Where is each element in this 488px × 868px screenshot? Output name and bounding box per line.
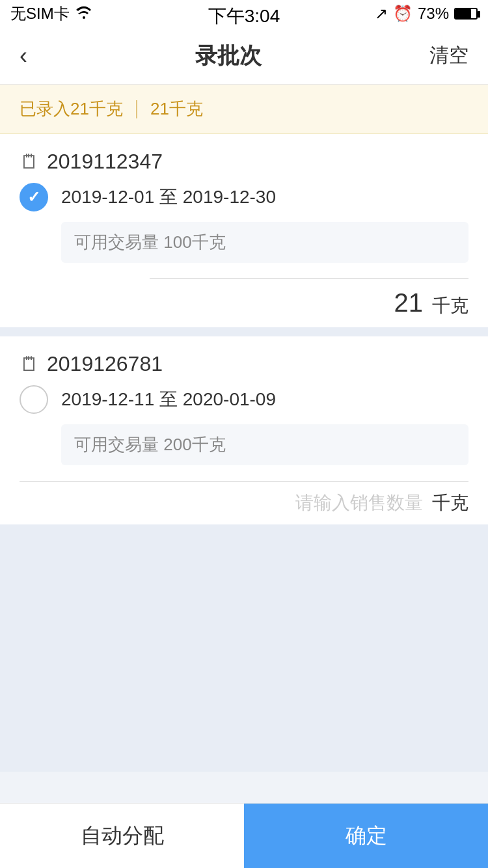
battery-icon [454, 8, 478, 20]
amount-value-1: 21 [394, 288, 424, 318]
doc-icon-1: 🗒 [20, 151, 39, 173]
radio-2[interactable] [20, 385, 48, 414]
batch-date-1: 2019-12-01 至 2019-12-30 [61, 185, 276, 210]
status-right: ↗ ⏰ 73% [375, 5, 478, 23]
batch-avail-text-2: 可用交易量 200千克 [74, 435, 226, 454]
wifi-icon [75, 5, 93, 23]
doc-icon-2: 🗒 [20, 353, 39, 375]
status-time: 下午3:04 [208, 4, 280, 29]
input-row-2: 请输入销售数量 千克 [20, 481, 468, 524]
batch-id-2: 2019126781 [47, 352, 163, 376]
battery-text: 73% [418, 5, 449, 23]
batch-avail-1: 可用交易量 100千克 [61, 222, 468, 263]
alarm-icon: ⏰ [393, 5, 413, 23]
amount-section-1: 21 千克 [0, 278, 488, 327]
auto-distribute-button[interactable]: 自动分配 [0, 804, 244, 868]
batch-row-1[interactable]: 2019-12-01 至 2019-12-30 [20, 183, 468, 211]
batch-avail-text-1: 可用交易量 100千克 [74, 232, 226, 252]
large-gray-area [0, 524, 488, 772]
no-sim-text: 无SIM卡 [10, 3, 70, 24]
amount-unit-1: 千克 [432, 293, 468, 318]
input-unit-2: 千克 [432, 491, 468, 515]
location-icon: ↗ [375, 5, 388, 23]
radio-1[interactable] [20, 183, 48, 211]
amount-row-1: 21 千克 [20, 279, 468, 327]
status-bar: 无SIM卡 下午3:04 ↗ ⏰ 73% [0, 0, 488, 27]
back-button[interactable]: ‹ [20, 42, 27, 70]
batch-item-1: 🗒 2019112347 2019-12-01 至 2019-12-30 可用交… [0, 134, 488, 278]
page-content: 已录入21千克 21千克 🗒 2019112347 2019-12-01 至 2… [0, 85, 488, 837]
input-placeholder-2[interactable]: 请输入销售数量 [295, 491, 423, 515]
batch-header-2: 🗒 2019126781 [20, 352, 468, 376]
batch-date-2: 2019-12-11 至 2020-01-09 [61, 387, 276, 412]
batch-row-2[interactable]: 2019-12-11 至 2020-01-09 [20, 385, 468, 414]
recorded-label: 已录入21千克 [20, 98, 123, 120]
info-banner: 已录入21千克 21千克 [0, 85, 488, 134]
batch-avail-2: 可用交易量 200千克 [61, 424, 468, 465]
confirm-button[interactable]: 确定 [244, 804, 488, 868]
input-section-2: 请输入销售数量 千克 [0, 481, 488, 524]
batch-item-2: 🗒 2019126781 2019-12-11 至 2020-01-09 可用交… [0, 336, 488, 481]
total-label: 21千克 [150, 98, 203, 120]
batch-id-1: 2019112347 [47, 150, 163, 174]
page-title: 录批次 [195, 41, 262, 71]
clear-button[interactable]: 清空 [429, 42, 468, 69]
info-divider [136, 100, 137, 118]
batch-header-1: 🗒 2019112347 [20, 150, 468, 174]
status-left: 无SIM卡 [10, 3, 93, 24]
nav-bar: ‹ 录批次 清空 [0, 27, 488, 85]
gray-divider-1 [0, 327, 488, 336]
bottom-bar: 自动分配 确定 [0, 803, 488, 868]
